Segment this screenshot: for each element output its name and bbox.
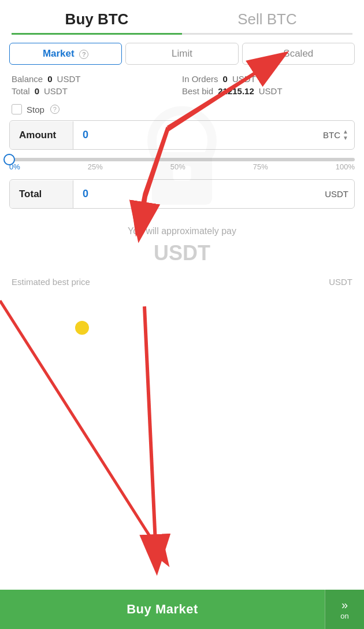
tab-limit[interactable]: Limit [125,43,238,65]
order-type-tabs: Market ? Limit Scaled [0,35,364,65]
currency-stepper[interactable]: ▲ ▼ [343,129,348,141]
pay-section: You will approximately pay USDT [0,209,364,271]
buy-market-button[interactable]: Buy Market [0,590,325,629]
tab-market[interactable]: Market ? [9,43,122,65]
balance-currency: USDT [57,74,81,84]
best-bid-currency: USDT [259,86,283,96]
watermark-decoration [107,77,257,227]
buy-sell-tabs: Buy BTC Sell BTC [0,0,364,35]
tab-scaled[interactable]: Scaled [242,43,355,65]
stop-checkbox[interactable] [12,104,22,114]
total-label: Total [10,180,73,208]
estimated-row: Estimated best price USDT [0,271,364,293]
svg-rect-2 [173,166,191,181]
stop-label: Stop [27,105,44,114]
balance-value: 0 [47,74,52,84]
yellow-dot-decoration [75,321,89,335]
total-balance-currency: USDT [44,86,68,96]
chevrons-icon: » [341,599,348,610]
estimated-currency: USDT [329,277,352,287]
amount-label: Amount [10,121,73,149]
svg-line-6 [0,301,162,555]
market-help-icon[interactable]: ? [79,50,88,59]
tab-buy[interactable]: Buy BTC [12,10,182,35]
estimated-label: Estimated best price [12,277,90,287]
stop-help-icon[interactable]: ? [50,105,60,114]
on-label: on [340,612,348,620]
tab-sell[interactable]: Sell BTC [182,10,352,35]
buy-arrow-toggle[interactable]: » on [325,590,364,629]
balance-label: Balance [12,74,43,84]
amount-currency: BTC ▲ ▼ [317,121,354,149]
pay-amount: USDT [12,241,352,265]
total-currency: USDT [319,181,354,207]
buy-button-row: Buy Market » on [0,590,364,629]
total-balance-label: Total [12,86,30,96]
pay-label: You will approximately pay [12,226,352,236]
total-balance-value: 0 [35,86,39,96]
